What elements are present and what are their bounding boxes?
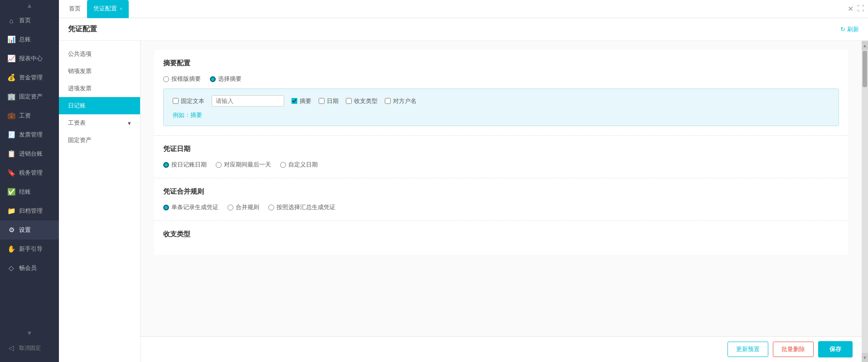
checkbox-date-label: 日期 bbox=[327, 97, 339, 105]
tab-bar-actions: ✕ ⛶ bbox=[848, 5, 864, 13]
tab-home[interactable]: 首页 bbox=[63, 0, 87, 18]
checkbox-abstract-input[interactable] bbox=[291, 98, 297, 104]
radio-last-day-input[interactable] bbox=[216, 162, 222, 168]
sidebar-item-payroll[interactable]: 💼 工资 bbox=[0, 106, 59, 125]
checkbox-income-type-input[interactable] bbox=[346, 98, 352, 104]
left-nav-journal[interactable]: 日记账 bbox=[59, 97, 140, 114]
radio-select-summary-gen[interactable]: 按照选择汇总生成凭证 bbox=[268, 203, 335, 211]
radio-template-summary-input[interactable] bbox=[163, 76, 169, 82]
checkbox-income-type[interactable]: 收支类型 bbox=[346, 97, 378, 105]
radio-custom-date-input[interactable] bbox=[280, 162, 286, 168]
summary-radio-group: 按模版摘要 选择摘要 bbox=[163, 75, 839, 83]
window-close-icon[interactable]: ✕ bbox=[848, 5, 853, 13]
sidebar-item-inout-ledger[interactable]: 📋 进销台账 bbox=[0, 144, 59, 163]
left-nav-purchase-invoice[interactable]: 进项发票 bbox=[59, 80, 140, 97]
ledger-icon: 📊 bbox=[7, 35, 15, 44]
sidebar-scroll-down[interactable]: ▼ bbox=[0, 328, 59, 338]
assets-icon: 🏢 bbox=[7, 93, 15, 101]
sidebar-unpin-label: 取消固定 bbox=[19, 344, 41, 352]
radio-single-record-label: 单条记录生成凭证 bbox=[171, 203, 218, 211]
radio-single-record[interactable]: 单条记录生成凭证 bbox=[163, 203, 218, 211]
payroll-icon: 💼 bbox=[7, 112, 15, 120]
tab-home-label: 首页 bbox=[69, 5, 81, 13]
tab-voucher-config-label: 凭证配置 bbox=[93, 5, 117, 13]
voucher-merge-title: 凭证合并规则 bbox=[163, 187, 839, 196]
income-type-title: 收支类型 bbox=[163, 230, 839, 239]
radio-by-journal-date-input[interactable] bbox=[163, 162, 169, 168]
sidebar-item-funds[interactable]: 💰 资金管理 bbox=[0, 68, 59, 87]
sidebar-item-inout-label: 进销台账 bbox=[19, 150, 43, 158]
left-nav-fixed-assets[interactable]: 固定资产 bbox=[59, 132, 140, 149]
main-area: 首页 凭证配置 × ✕ ⛶ 凭证配置 ↻ 刷新 公共选项 销项发票 进 bbox=[59, 0, 868, 362]
checkbox-counterpart-name-input[interactable] bbox=[385, 98, 391, 104]
expand-icon: ▾ bbox=[128, 120, 131, 127]
checkbox-date[interactable]: 日期 bbox=[319, 97, 339, 105]
sidebar-item-home[interactable]: ⌂ 首页 bbox=[0, 11, 59, 30]
sidebar-item-guide[interactable]: ✋ 新手引导 bbox=[0, 240, 59, 259]
sidebar-item-invoice-mgmt[interactable]: 🧾 发票管理 bbox=[0, 125, 59, 144]
radio-by-journal-date[interactable]: 按日记账日期 bbox=[163, 161, 207, 169]
radio-template-summary-label: 按模版摘要 bbox=[171, 75, 201, 83]
left-nav-purchase-invoice-label: 进项发票 bbox=[68, 84, 92, 93]
scroll-down-arrow[interactable]: ▼ bbox=[862, 353, 868, 362]
left-nav-sales-invoice[interactable]: 销项发票 bbox=[59, 63, 140, 80]
fixed-text-input[interactable] bbox=[212, 95, 284, 107]
checkbox-fixed-text-input[interactable] bbox=[173, 98, 179, 104]
radio-select-summary-input[interactable] bbox=[210, 76, 216, 82]
radio-template-summary[interactable]: 按模版摘要 bbox=[163, 75, 201, 83]
inout-icon: 📋 bbox=[7, 150, 15, 158]
checkbox-fixed-text-label: 固定文本 bbox=[181, 97, 204, 105]
voucher-date-title: 凭证日期 bbox=[163, 145, 839, 153]
scroll-up-arrow[interactable]: ▲ bbox=[862, 41, 868, 50]
sidebar-item-unpin[interactable]: ◁ 取消固定 bbox=[0, 338, 59, 357]
update-preview-button[interactable]: 更新预置 bbox=[727, 342, 768, 357]
radio-custom-date[interactable]: 自定义日期 bbox=[280, 161, 318, 169]
tab-close-icon[interactable]: × bbox=[120, 6, 122, 11]
sidebar-item-member[interactable]: ◇ 畅会员 bbox=[0, 259, 59, 278]
right-content: 摘要配置 按模版摘要 选择摘要 bbox=[141, 41, 862, 336]
radio-select-summary-gen-label: 按照选择汇总生成凭证 bbox=[276, 203, 335, 211]
content-area: 公共选项 销项发票 进项发票 日记账 工资表 ▾ 固定资产 bbox=[59, 41, 868, 362]
window-expand-icon[interactable]: ⛶ bbox=[857, 5, 864, 13]
left-nav-payroll-table[interactable]: 工资表 ▾ bbox=[59, 114, 140, 132]
summary-config-box: 固定文本 摘要 日期 bbox=[163, 88, 839, 126]
radio-select-summary-label: 选择摘要 bbox=[218, 75, 242, 83]
sidebar-item-settings[interactable]: ⚙ 设置 bbox=[0, 220, 59, 240]
radio-merge-rule[interactable]: 合并规则 bbox=[228, 203, 259, 211]
page-title: 凭证配置 bbox=[68, 24, 97, 34]
sidebar-item-archive[interactable]: 📁 归档管理 bbox=[0, 201, 59, 220]
sidebar-item-reports[interactable]: 📈 报表中心 bbox=[0, 49, 59, 68]
checkbox-fixed-text[interactable]: 固定文本 bbox=[173, 97, 204, 105]
left-nav: 公共选项 销项发票 进项发票 日记账 工资表 ▾ 固定资产 bbox=[59, 41, 141, 362]
sidebar-item-ledger[interactable]: 📊 总账 bbox=[0, 30, 59, 49]
guide-icon: ✋ bbox=[7, 245, 15, 253]
radio-select-summary-gen-input[interactable] bbox=[268, 205, 274, 210]
sidebar-item-assets[interactable]: 🏢 固定资产 bbox=[0, 87, 59, 106]
sidebar-scroll-up[interactable]: ▲ bbox=[0, 0, 59, 11]
radio-merge-rule-input[interactable] bbox=[228, 205, 233, 210]
batch-delete-button[interactable]: 批量删除 bbox=[773, 342, 814, 357]
summary-checkboxes-row: 固定文本 摘要 日期 bbox=[173, 95, 829, 107]
checkbox-counterpart-name[interactable]: 对方户名 bbox=[385, 97, 417, 105]
sidebar-item-invoice-mgmt-label: 发票管理 bbox=[19, 131, 43, 139]
example-text: 例如：摘要 bbox=[173, 111, 829, 119]
radio-select-summary[interactable]: 选择摘要 bbox=[210, 75, 242, 83]
radio-last-day-label: 对应期间最后一天 bbox=[224, 161, 271, 169]
sidebar-item-tax[interactable]: 🔖 税务管理 bbox=[0, 163, 59, 182]
sidebar-item-settle[interactable]: ✅ 结账 bbox=[0, 182, 59, 201]
checkbox-date-input[interactable] bbox=[319, 98, 325, 104]
radio-single-record-input[interactable] bbox=[163, 205, 169, 210]
scroll-thumb[interactable] bbox=[863, 51, 867, 87]
member-icon: ◇ bbox=[7, 264, 15, 272]
checkbox-income-type-label: 收支类型 bbox=[354, 97, 378, 105]
checkbox-abstract[interactable]: 摘要 bbox=[291, 97, 311, 105]
sidebar: ▲ ⌂ 首页 📊 总账 📈 报表中心 💰 资金管理 🏢 固定资产 💼 工资 🧾 … bbox=[0, 0, 59, 362]
sidebar-item-home-label: 首页 bbox=[19, 16, 31, 24]
left-nav-public[interactable]: 公共选项 bbox=[59, 45, 140, 63]
radio-last-day[interactable]: 对应期间最后一天 bbox=[216, 161, 271, 169]
left-nav-payroll-table-label: 工资表 bbox=[68, 119, 86, 127]
refresh-button[interactable]: ↻ 刷新 bbox=[840, 25, 859, 34]
tab-voucher-config[interactable]: 凭证配置 × bbox=[87, 0, 129, 18]
save-button[interactable]: 保存 bbox=[818, 341, 853, 357]
radio-custom-date-label: 自定义日期 bbox=[288, 161, 318, 169]
